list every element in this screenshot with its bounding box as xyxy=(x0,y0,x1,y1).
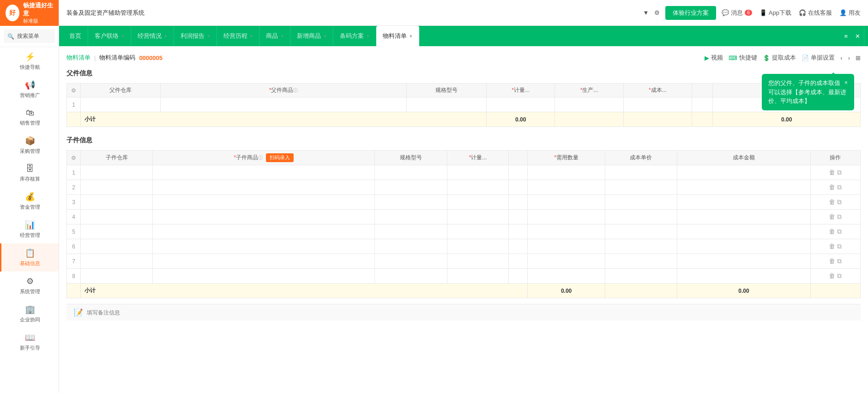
basic-info-icon: 📋 xyxy=(25,248,35,258)
note-input[interactable] xyxy=(87,309,853,316)
tab-barcode[interactable]: 条码方案 × xyxy=(333,26,376,46)
prev-page-btn[interactable]: ‹ xyxy=(840,54,842,61)
sidebar-item-guide[interactable]: 📖 新手引导 xyxy=(0,328,59,356)
child-row-8-delete-icon[interactable]: 🗑 xyxy=(829,272,835,280)
settings-icon[interactable]: ⚙ xyxy=(71,87,76,94)
child-row-8-copy-icon[interactable]: ⧉ xyxy=(837,272,842,280)
tab-goods-close[interactable]: × xyxy=(281,34,283,39)
child-row-1-warehouse[interactable] xyxy=(81,165,153,180)
sidebar-item-operation[interactable]: 📊 经营管理 xyxy=(0,215,59,243)
tab-history-close[interactable]: × xyxy=(250,34,253,39)
tooltip-text: 您的父件、子件的成本取值可以选择【参考成本、最新进价、平均成本】 xyxy=(768,79,846,104)
child-row-5-delete-icon[interactable]: 🗑 xyxy=(829,228,835,236)
search-menu-button[interactable]: 🔍 搜索菜单 xyxy=(4,30,55,43)
tab-operation-close[interactable]: × xyxy=(164,34,167,39)
child-row-1-unit-cost[interactable] xyxy=(605,165,677,180)
tab-profit[interactable]: 利润报告 × xyxy=(174,26,217,46)
parent-row-1-goods[interactable] xyxy=(161,97,407,112)
child-row-2-copy-icon[interactable]: ⧉ xyxy=(837,183,842,191)
sidebar-item-finance[interactable]: 💰 资金管理 xyxy=(0,187,59,215)
child-row-2-delete-icon[interactable]: 🗑 xyxy=(829,183,835,191)
sidebar-item-purchase[interactable]: 📦 采购管理 xyxy=(0,131,59,159)
tab-new-goods[interactable]: 新增商品 × xyxy=(290,26,333,46)
purchase-icon: 📦 xyxy=(25,136,35,146)
child-row-4-copy-icon[interactable]: ⧉ xyxy=(837,213,842,221)
settings-btn[interactable]: ⚙ xyxy=(654,9,660,16)
tab-close-all[interactable]: ✕ xyxy=(851,26,864,46)
keyboard-icon: ⌨ xyxy=(729,54,737,61)
child-row-3-copy-icon[interactable]: ⧉ xyxy=(837,198,842,206)
parent-section-title: 父件信息 xyxy=(66,67,861,79)
child-row-1-delete-icon[interactable]: 🗑 xyxy=(829,169,835,176)
parent-subtotal-row: 小计 0.00 0.00 xyxy=(67,112,861,127)
parent-row-1-note[interactable] xyxy=(692,97,713,112)
sidebar-item-corp[interactable]: 🏢 企业协同 xyxy=(0,300,59,328)
tab-history[interactable]: 经营历程 × xyxy=(217,26,260,46)
parent-subtotal-unit: 0.00 xyxy=(487,112,555,127)
tab-barcode-close[interactable]: × xyxy=(367,34,369,39)
sidebar-item-quick-nav[interactable]: ⚡ 快捷导航 xyxy=(0,47,59,75)
tab-new-goods-close[interactable]: × xyxy=(324,34,326,39)
scan-btn[interactable]: 扫码录入 xyxy=(266,153,294,162)
child-row-1-goods[interactable] xyxy=(153,165,375,180)
sidebar-item-marketing[interactable]: 📢 营销推广 xyxy=(0,75,59,103)
child-col-action: 操作 xyxy=(810,151,860,165)
marketing-icon: 📢 xyxy=(25,80,35,90)
child-col-goods: *子件商品ⓘ 扫码录入 xyxy=(153,151,375,165)
tab-bom[interactable]: 物料清单 × xyxy=(376,26,419,46)
system-dropdown-btn[interactable]: ▼ xyxy=(643,9,649,16)
child-settings-icon[interactable]: ⚙ xyxy=(71,155,76,161)
sidebar-item-sales[interactable]: 🛍 销售管理 xyxy=(0,103,59,131)
parent-col-settings[interactable]: ⚙ xyxy=(67,84,81,97)
child-row-1-qty[interactable] xyxy=(528,165,605,180)
child-row-7-copy-icon[interactable]: ⧉ xyxy=(837,257,842,265)
grid-view-btn[interactable]: ⊞ xyxy=(856,54,861,61)
sidebar-item-inventory[interactable]: 🗄 库存核算 xyxy=(0,159,59,187)
child-row-1-spec[interactable] xyxy=(375,165,447,180)
tab-more-icon: ≡ xyxy=(844,33,848,40)
child-row-1-copy-icon[interactable]: ⧉ xyxy=(837,169,842,176)
parent-subtotal-amount: 0.00 xyxy=(713,112,861,127)
tab-home[interactable]: 首页 xyxy=(63,26,88,46)
inventory-icon: 🗄 xyxy=(26,164,34,174)
message-icon: 💬 xyxy=(722,9,729,16)
online-service-btn[interactable]: 🎧 在线客服 xyxy=(799,9,832,17)
breadcrumb-page[interactable]: 物料清单 xyxy=(66,54,90,62)
parent-row-1-production[interactable] xyxy=(555,97,623,112)
view-video-btn[interactable]: ▶ 视频 xyxy=(705,54,723,62)
settings-doc-btn[interactable]: 📄 单据设置 xyxy=(802,54,835,62)
child-row-6-delete-icon[interactable]: 🗑 xyxy=(829,242,835,250)
experience-btn[interactable]: 体验行业方案 xyxy=(665,6,716,20)
tab-more-btn[interactable]: ≡ xyxy=(840,33,851,40)
child-row-4-delete-icon[interactable]: 🗑 xyxy=(829,213,835,221)
parent-row-1-cost[interactable] xyxy=(623,97,692,112)
child-row-7-delete-icon[interactable]: 🗑 xyxy=(829,257,835,265)
tab-goods[interactable]: 商品 × xyxy=(259,26,290,46)
sidebar-item-system[interactable]: ⚙ 系统管理 xyxy=(0,272,59,300)
child-row-1-unit[interactable] xyxy=(447,165,509,180)
message-btn[interactable]: 💬 消息 6 xyxy=(722,9,752,17)
parent-row-1-warehouse[interactable] xyxy=(81,97,161,112)
tab-bom-close[interactable]: × xyxy=(410,34,412,39)
parent-row-1-unit[interactable] xyxy=(487,97,555,112)
tooltip-close-btn[interactable]: × xyxy=(844,79,848,87)
tab-customer-close[interactable]: × xyxy=(121,34,124,39)
child-col-settings[interactable]: ⚙ xyxy=(67,151,81,165)
child-row-3-delete-icon[interactable]: 🗑 xyxy=(829,198,835,206)
sidebar: 好 畅捷通好生意 标准版 🔍 搜索菜单 ⚡ 快捷导航 📢 营销推广 🛍 销售管理… xyxy=(0,0,59,393)
user-menu[interactable]: 👤 用友 xyxy=(839,9,861,17)
tab-customer[interactable]: 客户联络 × xyxy=(88,26,131,46)
parent-subtotal-blank3 xyxy=(692,112,713,127)
child-row-6-copy-icon[interactable]: ⧉ xyxy=(837,242,842,250)
tab-operation[interactable]: 经营情况 × xyxy=(131,26,174,46)
sidebar-logo[interactable]: 好 畅捷通好生意 标准版 xyxy=(0,0,59,26)
child-row-5-copy-icon[interactable]: ⧉ xyxy=(837,228,842,236)
video-icon: ▶ xyxy=(705,54,709,61)
sidebar-item-basic-info[interactable]: 📋 基础信息 xyxy=(0,243,59,272)
cost-btn[interactable]: 💲 提取成本 xyxy=(763,54,796,62)
app-download-btn[interactable]: 📱 App下载 xyxy=(760,9,791,17)
tab-profit-close[interactable]: × xyxy=(207,34,210,39)
next-page-btn[interactable]: › xyxy=(848,54,850,61)
parent-row-1-spec[interactable] xyxy=(406,97,486,112)
shortcut-btn[interactable]: ⌨ 快捷键 xyxy=(729,54,757,62)
